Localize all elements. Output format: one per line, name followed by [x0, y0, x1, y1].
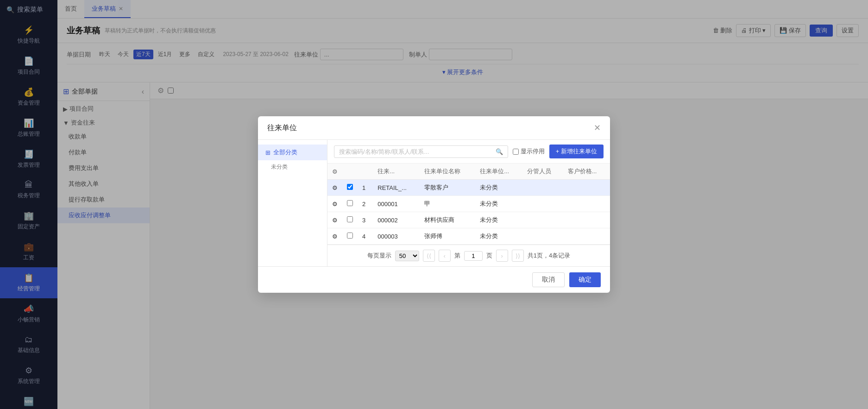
- row-settings[interactable]: ⚙: [327, 212, 342, 228]
- cancel-button[interactable]: 取消: [532, 272, 565, 287]
- dialog-body: ⊞ 全部分类 未分类 🔍 显示停用: [258, 140, 610, 266]
- table-row[interactable]: ⚙ 3 000002 材料供应商 未分类: [327, 212, 610, 228]
- col-manager[interactable]: 分管人员: [522, 164, 563, 180]
- per-page-label: 每页显示: [367, 252, 391, 260]
- table-header-row: ⚙ 往来... 往来单位名称 往来单位...: [327, 164, 610, 180]
- page-input[interactable]: [464, 251, 483, 261]
- row-manager: [522, 228, 563, 245]
- row-code: RETAIL_...: [373, 180, 420, 196]
- page-first-btn[interactable]: ⟨⟨: [423, 250, 435, 262]
- dialog-toolbar: 🔍 显示停用 + 新增往来单位: [327, 140, 610, 164]
- col-price[interactable]: 客户价格...: [563, 164, 610, 180]
- row-num: 2: [358, 196, 373, 212]
- add-partner-button[interactable]: + 新增往来单位: [549, 145, 604, 158]
- dialog-left-panel: ⊞ 全部分类 未分类: [258, 140, 327, 266]
- row-check[interactable]: [342, 180, 358, 196]
- confirm-button[interactable]: 确定: [569, 272, 601, 287]
- dialog-footer: 取消 确定: [258, 266, 610, 293]
- page-prev-btn[interactable]: ‹: [439, 250, 451, 262]
- row-settings[interactable]: ⚙: [327, 196, 342, 212]
- row-check[interactable]: [342, 228, 358, 245]
- dialog-title: 往来单位: [267, 123, 297, 133]
- row-price: [563, 212, 610, 228]
- dialog-left-unclassified-label: 未分类: [271, 164, 288, 170]
- row-category: 未分类: [475, 180, 522, 196]
- col-settings[interactable]: ⚙: [327, 164, 342, 180]
- table-row[interactable]: ⚙ 1 RETAIL_... 零散客户 未分类: [327, 180, 610, 196]
- show-disabled-label[interactable]: 显示停用: [513, 147, 545, 156]
- dialog-left-all-label: 全部分类: [273, 148, 297, 157]
- dialog-right-panel: 🔍 显示停用 + 新增往来单位 ⚙: [327, 140, 610, 266]
- dialog-search-box[interactable]: 🔍: [334, 145, 508, 158]
- cancel-label: 取消: [542, 276, 555, 283]
- row-code: 000002: [373, 212, 420, 228]
- page-word: 页: [486, 252, 492, 260]
- row-name: 材料供应商: [420, 212, 475, 228]
- row-settings[interactable]: ⚙: [327, 180, 342, 196]
- col-category[interactable]: 往来单位...: [475, 164, 522, 180]
- row-name: 甲: [420, 196, 475, 212]
- row-manager: [522, 212, 563, 228]
- col-code[interactable]: 往来...: [373, 164, 420, 180]
- dialog-pagination: 每页显示 50 100 ⟨⟨ ‹ 第 页 › ⟩⟩ 共1页，4条记录: [327, 245, 610, 266]
- page-next-btn[interactable]: ›: [496, 250, 508, 262]
- row-manager: [522, 180, 563, 196]
- modal-overlay: 往来单位 ✕ ⊞ 全部分类 未分类 🔍: [0, 0, 868, 409]
- row-price: [563, 196, 610, 212]
- dialog-search-input[interactable]: [339, 148, 493, 155]
- row-code: 000001: [373, 196, 420, 212]
- col-check: [342, 164, 358, 180]
- total-info: 共1页，4条记录: [528, 252, 570, 260]
- row-category: 未分类: [475, 228, 522, 245]
- row-price: [563, 228, 610, 245]
- per-page-select[interactable]: 50 100: [395, 251, 419, 261]
- col-name[interactable]: 往来单位名称: [420, 164, 475, 180]
- row-settings[interactable]: ⚙: [327, 228, 342, 245]
- row-name: 零散客户: [420, 180, 475, 196]
- row-price: [563, 180, 610, 196]
- row-num: 3: [358, 212, 373, 228]
- dialog-table: ⚙ 往来... 往来单位名称 往来单位...: [327, 164, 610, 245]
- row-category: 未分类: [475, 212, 522, 228]
- row-check[interactable]: [342, 212, 358, 228]
- show-disabled-checkbox[interactable]: [513, 149, 519, 155]
- row-name: 张师傅: [420, 228, 475, 245]
- row-num: 1: [358, 180, 373, 196]
- partner-dialog: 往来单位 ✕ ⊞ 全部分类 未分类 🔍: [258, 116, 610, 293]
- page-word-first: 第: [454, 252, 460, 260]
- row-manager: [522, 196, 563, 212]
- row-code: 000003: [373, 228, 420, 245]
- dialog-left-all[interactable]: ⊞ 全部分类: [258, 145, 327, 160]
- row-check[interactable]: [342, 196, 358, 212]
- confirm-label: 确定: [579, 276, 591, 283]
- dialog-left-unclassified[interactable]: 未分类: [258, 160, 327, 174]
- table-row[interactable]: ⚙ 4 000003 张师傅 未分类: [327, 228, 610, 245]
- dialog-header: 往来单位 ✕: [258, 116, 610, 140]
- search-icon: 🔍: [496, 148, 503, 155]
- col-num: [358, 164, 373, 180]
- add-partner-label: + 新增往来单位: [556, 148, 597, 155]
- page-last-btn[interactable]: ⟩⟩: [512, 250, 524, 262]
- all-category-icon: ⊞: [265, 149, 270, 156]
- table-row[interactable]: ⚙ 2 000001 甲 未分类: [327, 196, 610, 212]
- dialog-close-btn[interactable]: ✕: [594, 123, 601, 133]
- row-category: 未分类: [475, 196, 522, 212]
- row-num: 4: [358, 228, 373, 245]
- show-disabled-text: 显示停用: [521, 147, 545, 156]
